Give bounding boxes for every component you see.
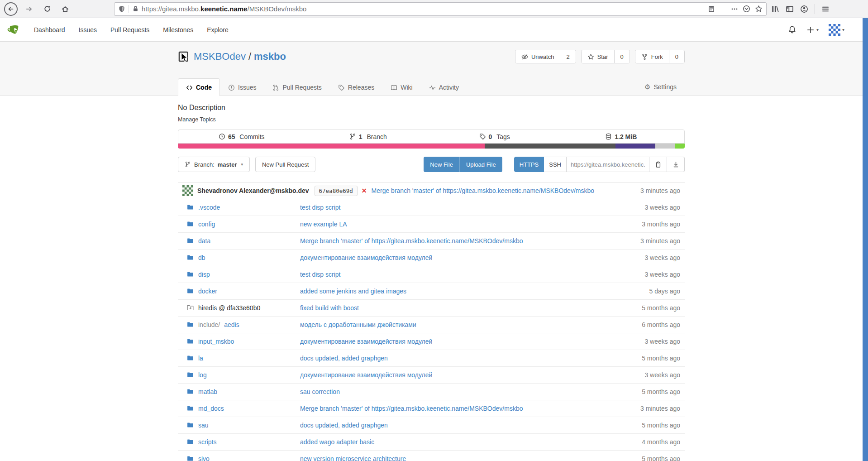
file-commit-message-link[interactable]: документирование взаимодействия модулей xyxy=(300,338,432,345)
home-button[interactable] xyxy=(58,2,72,16)
file-row: .vscodetest disp script3 weeks ago xyxy=(178,199,685,216)
file-link-aedis[interactable]: aedis xyxy=(224,321,239,328)
file-link-input-mskbo[interactable]: input_mskbo xyxy=(198,338,234,345)
tab-issues[interactable]: Issues xyxy=(220,78,264,96)
stat-branch[interactable]: 1 Branch xyxy=(305,130,432,143)
commit-message-link[interactable]: Merge branch 'master' of https://gitea.m… xyxy=(372,187,634,194)
page-scrollbar[interactable] xyxy=(863,18,868,461)
fork-button[interactable]: Fork xyxy=(635,50,669,63)
file-link-md-docs[interactable]: md_docs xyxy=(198,405,224,412)
unwatch-count[interactable]: 2 xyxy=(560,50,575,63)
file-message-cell: docs updated, added graphgen xyxy=(300,422,634,429)
file-link-sivo[interactable]: sivo xyxy=(198,455,210,461)
reload-button[interactable] xyxy=(40,2,54,16)
commit-sha-link[interactable]: 67ea80e69d xyxy=(315,186,358,196)
file-commit-message-link[interactable]: docs updated, added graphgen xyxy=(300,355,388,362)
file-row: dbдокументирование взаимодействия модуле… xyxy=(178,250,685,266)
download-button[interactable] xyxy=(667,157,685,172)
file-commit-message-link[interactable]: added some jenkins and gitea images xyxy=(300,288,406,295)
star-button[interactable]: Star xyxy=(582,50,614,63)
stat-label: Tags xyxy=(495,133,510,140)
create-new-button[interactable]: ▾ xyxy=(806,26,819,34)
reader-mode-icon[interactable] xyxy=(708,5,715,13)
new-pull-request-button[interactable]: New Pull Request xyxy=(255,157,315,172)
page-actions-icon[interactable] xyxy=(731,5,738,13)
file-link-data[interactable]: data xyxy=(198,237,210,245)
file-link-log[interactable]: log xyxy=(198,371,207,379)
copy-clone-url-button[interactable] xyxy=(649,157,667,172)
file-link-la[interactable]: la xyxy=(198,355,203,362)
tab-activity[interactable]: Activity xyxy=(421,78,467,96)
nav-item-pull-requests[interactable]: Pull Requests xyxy=(104,18,156,41)
gitea-logo[interactable] xyxy=(7,23,21,37)
file-commit-message-link[interactable]: документирование взаимодействия модулей xyxy=(300,254,432,261)
code-icon xyxy=(186,84,193,91)
file-link-disp[interactable]: disp xyxy=(198,271,210,278)
fork-count[interactable]: 0 xyxy=(669,50,684,63)
file-commit-message-link[interactable]: test disp script xyxy=(300,271,340,278)
file-link-vscode[interactable]: .vscode xyxy=(198,204,220,211)
file-commit-message-link[interactable]: added wago adapter basic xyxy=(300,438,374,446)
forward-button[interactable] xyxy=(22,2,36,16)
file-commit-message-link[interactable]: new version microservice architecture xyxy=(300,455,406,461)
nav-item-dashboard[interactable]: Dashboard xyxy=(27,18,72,41)
file-commit-message-link[interactable]: документирование взаимодействия модулей xyxy=(300,371,432,379)
tab-label: Activity xyxy=(439,84,459,91)
file-commit-message-link[interactable]: docs updated, added graphgen xyxy=(300,422,388,429)
stat-1-2-mib[interactable]: 1.2 MiB xyxy=(558,130,685,143)
folder-icon xyxy=(187,254,194,261)
file-link-sau[interactable]: sau xyxy=(198,422,209,429)
file-message-cell: test disp script xyxy=(300,271,637,278)
bookmark-star-icon[interactable] xyxy=(755,5,763,13)
nav-item-explore[interactable]: Explore xyxy=(200,18,235,41)
ci-status-failed-icon[interactable]: ✕ xyxy=(362,187,367,194)
tab-pull-requests[interactable]: Pull Requests xyxy=(264,78,329,96)
file-commit-message-link[interactable]: Merge branch 'master' of https://gitea.m… xyxy=(300,237,523,245)
clone-url-input[interactable] xyxy=(567,157,649,172)
star-count[interactable]: 0 xyxy=(614,50,630,63)
https-button[interactable]: HTTPS xyxy=(514,157,544,172)
branch-dropdown[interactable]: Branch: master ▾ xyxy=(178,157,250,172)
file-commit-message-link[interactable]: модель с доработанными джойстиками xyxy=(300,321,416,328)
tab-wiki[interactable]: Wiki xyxy=(382,78,420,96)
library-icon[interactable] xyxy=(771,5,779,13)
nav-item-issues[interactable]: Issues xyxy=(72,18,104,41)
stat-commits[interactable]: 65 Commits xyxy=(178,130,305,143)
stat-tags[interactable]: 0 Tags xyxy=(431,130,558,143)
nav-item-milestones[interactable]: Milestones xyxy=(156,18,200,41)
repo-owner-link[interactable]: MSKBOdev xyxy=(194,51,246,62)
sidebar-icon[interactable] xyxy=(786,5,794,13)
file-name-cell: db xyxy=(187,254,300,261)
file-link-db[interactable]: db xyxy=(198,254,205,261)
manage-topics-link[interactable]: Manage Topics xyxy=(178,116,216,123)
file-link-config[interactable]: config xyxy=(198,221,215,228)
file-name-cell: log xyxy=(187,371,300,379)
folder-icon xyxy=(187,405,194,412)
file-commit-message-link[interactable]: sau correction xyxy=(300,388,340,395)
forward-icon xyxy=(25,5,33,13)
notifications-button[interactable] xyxy=(788,25,796,34)
upload-file-button[interactable]: Upload File xyxy=(459,157,502,172)
tab-code[interactable]: Code xyxy=(178,78,220,96)
file-commit-message-link[interactable]: Merge branch 'master' of https://gitea.m… xyxy=(300,405,523,412)
back-button[interactable] xyxy=(4,2,18,16)
new-file-button[interactable]: New File xyxy=(424,157,459,172)
ssh-button[interactable]: SSH xyxy=(544,157,567,172)
file-commit-message-link[interactable]: fixed build with boost xyxy=(300,304,359,312)
menu-icon[interactable] xyxy=(821,5,830,13)
url-bar[interactable]: https://gitea.mskbo.keenetic.name/MSKBOd… xyxy=(114,2,767,16)
clipboard-icon xyxy=(655,161,662,168)
file-message-cell: модель с доработанными джойстиками xyxy=(300,321,634,328)
unwatch-button[interactable]: Unwatch xyxy=(515,50,560,63)
tab-releases[interactable]: Releases xyxy=(330,78,382,96)
file-link-scripts[interactable]: scripts xyxy=(198,438,216,446)
file-commit-message-link[interactable]: new example LA xyxy=(300,221,347,228)
user-menu-button[interactable]: ▾ xyxy=(829,24,844,36)
file-commit-message-link[interactable]: test disp script xyxy=(300,204,340,211)
pocket-icon[interactable] xyxy=(743,5,750,13)
tab-settings[interactable]: ⚙ Settings xyxy=(636,77,685,96)
file-link-matlab[interactable]: matlab xyxy=(198,388,217,395)
repo-name-link[interactable]: mskbo xyxy=(254,51,286,62)
file-link-docker[interactable]: docker xyxy=(198,288,217,295)
account-icon[interactable] xyxy=(800,5,808,13)
